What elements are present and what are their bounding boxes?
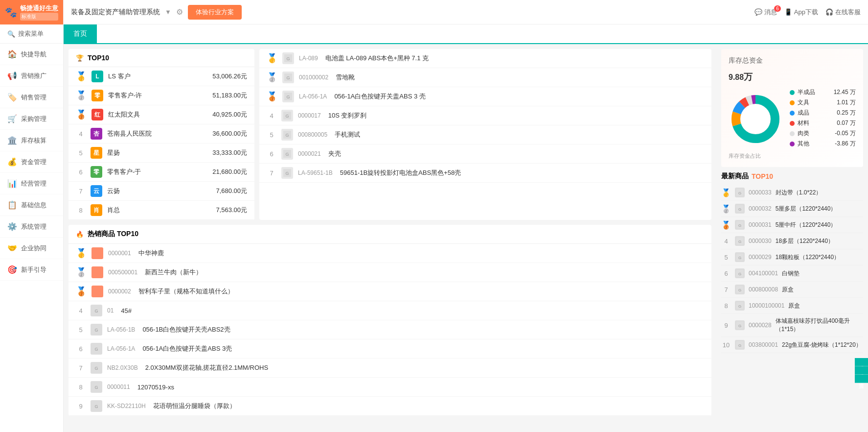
product-img: G	[91, 400, 102, 412]
sidebar-icon-5: 💰	[7, 157, 17, 167]
hot-products-right-list: 🥇 G LA-089 电池盖 LA-089 ABS本色+黑种 7.1 克🥈 G …	[259, 49, 711, 183]
table-row: 🥇 L LS 客户 53,006.26元	[69, 67, 254, 86]
sidebar-item-5[interactable]: 💰 资金管理	[0, 151, 63, 173]
table-row: 7 云 云扬 7,680.00元	[69, 182, 254, 201]
svg-text:G: G	[738, 304, 741, 309]
sidebar-label-4: 库存核算	[21, 136, 46, 145]
app-icon: 📱	[784, 8, 792, 16]
sidebar-item-9[interactable]: 🤝 企业协同	[0, 238, 63, 259]
legend-dot	[790, 111, 795, 116]
right-panel: 库存总资金 9.88万	[716, 44, 868, 432]
sidebar-item-7[interactable]: 📋 基础信息	[0, 194, 63, 216]
app-download-btn[interactable]: 📱 App下载	[784, 8, 818, 17]
svg-text:G: G	[738, 223, 741, 228]
product-code: 10000100001	[749, 302, 784, 309]
rank-num: 8	[76, 207, 86, 214]
rank-num: 6	[267, 150, 276, 158]
sidebar-icon-8: ⚙️	[7, 222, 17, 231]
sidebar-item-2[interactable]: 🏷️ 销售管理	[0, 87, 63, 108]
message-icon: 💬	[754, 8, 762, 16]
sidebar-icon-7: 📋	[7, 200, 17, 210]
sidebar-item-4[interactable]: 🏛️ 库存核算	[0, 130, 63, 151]
medal-icon: 🥉	[76, 286, 87, 297]
product-code: 004100001	[749, 270, 778, 277]
sidebar-item-10[interactable]: 🎯 新手引导	[0, 259, 63, 281]
app-download-label: App下载	[794, 8, 818, 17]
online-service-btn[interactable]: 🎧 在线客服	[825, 8, 861, 17]
product-name: 原盒	[788, 302, 863, 310]
product-name: 封边带（1.0*22）	[776, 189, 863, 197]
sidebar-label-1: 营销推广	[21, 72, 46, 80]
product-code: LA-089	[299, 55, 318, 62]
rank-num: 9	[76, 403, 86, 410]
product-name: 白钢垫	[782, 269, 863, 278]
sidebar: 🐾 畅捷通好生意 标准版 🔍 搜索菜单 🏠 快捷导航📢 营销推广🏷️ 销售管理🛒…	[0, 0, 64, 432]
product-name: 中华神鹿	[138, 249, 704, 258]
sidebar-item-6[interactable]: 📊 经营管理	[0, 173, 63, 194]
float-btn-0[interactable]: 客服热线	[855, 358, 868, 366]
legend-dot	[790, 100, 795, 105]
customer-name: 肖总	[107, 206, 211, 215]
dropdown-icon[interactable]: ▼	[165, 8, 171, 16]
inventory-card: 库存总资金 9.88万	[721, 49, 863, 167]
svg-text:G: G	[285, 152, 289, 157]
message-btn[interactable]: 💬 消息 6	[754, 8, 777, 17]
sidebar-item-0[interactable]: 🏠 快捷导航	[0, 44, 63, 65]
product-img: G	[735, 301, 745, 311]
product-name: 雪地靴	[336, 73, 704, 82]
product-name: 2.0X30MM双搓花轴,搓花直径2.1MM/ROHS	[145, 363, 704, 372]
product-name: 056-1A白色按键开关盖ABS 3 壳	[334, 92, 704, 101]
float-btn-2[interactable]: 直播	[855, 375, 868, 383]
legend-value: -3.86 万	[835, 140, 856, 148]
customer-amount: 40,925.00元	[212, 110, 247, 119]
customer-avatar: 零	[91, 90, 103, 101]
float-buttons: 客服热线服务社区直播	[855, 358, 868, 383]
legend-value: 0.07 万	[837, 119, 856, 127]
hot-products-header: 🔥 热销商品 TOP10	[69, 225, 711, 244]
product-name: 5厘中纤（1220*2440）	[776, 221, 863, 229]
product-img: G	[91, 324, 102, 336]
product-code: LA-056-1B	[107, 326, 135, 333]
sidebar-item-8[interactable]: ⚙️ 系统管理	[0, 216, 63, 238]
search-menu-item[interactable]: 🔍 搜索菜单	[0, 24, 63, 44]
table-row: 5 G 000800005 手机测试	[259, 125, 711, 144]
product-code: 003800001	[749, 341, 778, 348]
product-code: 001000002	[299, 74, 328, 81]
tab-home[interactable]: 首页	[64, 24, 97, 43]
rank-num: 10	[721, 341, 731, 349]
legend-dot	[790, 142, 795, 146]
float-btn-1[interactable]: 服务社区	[855, 366, 868, 375]
product-name: 59651-1B旋转投影灯电池盒ABS黑色+58壳	[340, 168, 704, 177]
sidebar-label-6: 经营管理	[21, 179, 46, 188]
sidebar-item-3[interactable]: 🛒 采购管理	[0, 108, 63, 130]
customer-amount: 7,563.00元	[216, 206, 247, 215]
settings-icon[interactable]: ⚙	[176, 7, 183, 17]
table-row: 🥇 G LA-089 电池盖 LA-089 ABS本色+黑种 7.1 克	[259, 49, 711, 68]
medal-icon: 🥈	[721, 204, 731, 214]
customer-name: 云扬	[107, 187, 211, 195]
medal-icon: 🥇	[76, 248, 87, 259]
svg-text:G: G	[94, 347, 98, 352]
table-row: 6 G LA-056-1A 056-1A白色按键开关盖ABS 3壳	[69, 339, 711, 359]
customer-amount: 51,183.00元	[212, 91, 247, 100]
product-name: 18多层（1220*2440）	[776, 237, 863, 245]
legend-label: 成品	[798, 109, 834, 117]
svg-text:G: G	[94, 328, 98, 333]
logo-icon: 🐾	[5, 6, 17, 18]
sidebar-nav: 🏠 快捷导航📢 营销推广🏷️ 销售管理🛒 采购管理🏛️ 库存核算💰 资金管理📊 …	[0, 44, 63, 281]
product-img: G	[282, 91, 294, 102]
product-img: G	[281, 129, 293, 141]
product-img: G	[91, 362, 102, 374]
product-img: G	[735, 285, 745, 294]
product-name: 10S 变刹罗刹	[328, 111, 704, 120]
system-name: 装备及固定资产辅助管理系统	[71, 8, 160, 17]
product-code: 0000032	[749, 205, 772, 212]
product-code: KK-SD22110H	[107, 403, 146, 409]
topbar-left: 装备及固定资产辅助管理系统 ▼ ⚙ 体验行业方案	[71, 5, 242, 20]
list-item: 🥇 G 0000033 封边带（1.0*22）	[721, 185, 863, 201]
list-item: 10 G 003800001 22g鱼豆腐-烧烤味（1*12*20）	[721, 337, 863, 353]
sidebar-item-1[interactable]: 📢 营销推广	[0, 65, 63, 87]
product-name: 056-1A白色按键开关盖ABS 3壳	[142, 344, 704, 353]
try-btn[interactable]: 体验行业方案	[188, 5, 242, 20]
legend-item: 肉类 -0.05 万	[790, 129, 856, 138]
